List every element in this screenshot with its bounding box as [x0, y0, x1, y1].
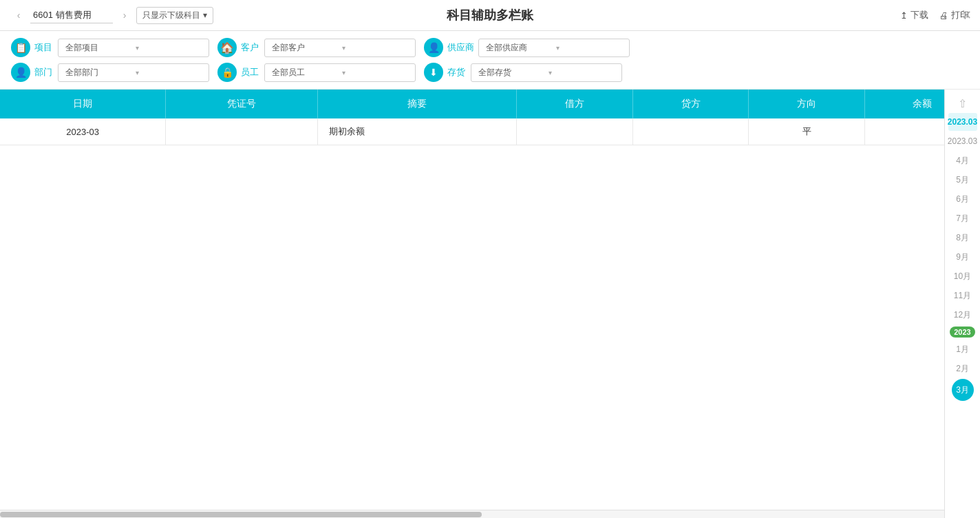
customer-arrow: ▾ — [342, 44, 408, 52]
main-table: 日期 凭证号 摘要 借方 贷方 方向 余额 2023-03 — [0, 90, 980, 145]
prev-account-button[interactable]: ‹ — [11, 8, 26, 23]
col-voucher: 凭证号 — [166, 90, 318, 118]
col-summary: 摘要 — [318, 90, 517, 118]
customer-icon: 🏠 — [217, 38, 237, 57]
employee-label: 员工 — [241, 66, 260, 79]
filter-item-supplier: 👤 供应商 全部供应商 ▾ — [424, 38, 630, 57]
sidebar-month-label: 6月 — [956, 194, 969, 205]
close-button[interactable]: ✕ — [961, 8, 972, 23]
cell-credit — [632, 118, 749, 145]
table-row: 2023-03 期初余额 平 — [0, 118, 980, 145]
download-icon: ↥ — [900, 10, 908, 21]
page-title: 科目辅助多栏账 — [447, 7, 533, 23]
project-arrow: ▾ — [136, 44, 202, 52]
col-direction: 方向 — [749, 90, 865, 118]
department-label: 部门 — [34, 66, 54, 79]
inventory-value: 全部存货 — [478, 67, 544, 79]
download-label: 下载 — [910, 9, 928, 21]
cell-voucher — [166, 118, 318, 145]
supplier-select[interactable]: 全部供应商 ▾ — [478, 39, 630, 57]
sidebar-item-2[interactable]: 2月 — [948, 360, 977, 377]
download-button[interactable]: ↥ 下载 — [900, 9, 928, 21]
employee-value: 全部员工 — [272, 67, 338, 79]
inventory-icon: ⬇ — [424, 63, 443, 82]
inventory-select[interactable]: 全部存货 ▾ — [471, 63, 622, 82]
filter-area: 📋 项目 全部项目 ▾ 🏠 客户 全部客户 ▾ 👤 供应商 — [0, 31, 980, 90]
filter-item-customer: 🏠 客户 全部客户 ▾ — [217, 38, 416, 57]
sidebar-month-label: 11月 — [954, 290, 971, 302]
print-icon: 🖨 — [939, 10, 948, 21]
sidebar-item-2023-03-sub[interactable]: 2023.03 — [948, 132, 977, 150]
nav-account: ‹ 6601 销售费用 › 只显示下级科目 ▾ — [11, 7, 213, 24]
department-value: 全部部门 — [65, 67, 131, 79]
title-actions: ↥ 下载 🖨 打印 — [900, 9, 969, 21]
sidebar-up-button[interactable]: ⇧ — [950, 95, 975, 112]
filter-item-department: 👤 部门 全部部门 ▾ — [11, 63, 209, 82]
scrollbar-thumb[interactable] — [0, 512, 482, 517]
col-debit: 借方 — [517, 90, 633, 118]
sidebar-item-current-month[interactable]: 3月 — [952, 379, 974, 401]
sub-account-filter[interactable]: 只显示下级科目 ▾ — [136, 7, 213, 24]
filter-item-inventory: ⬇ 存货 全部存货 ▾ — [424, 63, 622, 82]
project-icon: 📋 — [11, 38, 30, 57]
sidebar-month-label: 7月 — [956, 213, 969, 225]
year-badge: 2023 — [950, 327, 974, 338]
sidebar-month-label: 8月 — [956, 232, 969, 244]
sidebar-month-label: 2月 — [956, 363, 969, 375]
inventory-arrow: ▾ — [548, 69, 615, 76]
employee-icon: 🔒 — [217, 63, 237, 82]
filter-item-project: 📋 项目 全部项目 ▾ — [11, 38, 209, 57]
sidebar-month-label: 5月 — [956, 174, 969, 186]
sidebar-item-5[interactable]: 5月 — [948, 171, 977, 189]
filter-row-1: 📋 项目 全部项目 ▾ 🏠 客户 全部客户 ▾ 👤 供应商 — [11, 38, 969, 57]
cell-summary: 期初余额 — [318, 118, 517, 145]
customer-label: 客户 — [241, 41, 260, 54]
sidebar-item-12[interactable]: 12月 — [948, 306, 977, 324]
sidebar-month-label: 2023.03 — [948, 136, 977, 146]
department-arrow: ▾ — [136, 69, 202, 76]
table-header-row: 日期 凭证号 摘要 借方 贷方 方向 余额 — [0, 90, 980, 118]
next-account-button[interactable]: › — [117, 8, 132, 23]
filter-row-2: 👤 部门 全部部门 ▾ 🔒 员工 全部员工 ▾ ⬇ 存货 — [11, 63, 969, 82]
employee-arrow: ▾ — [342, 69, 408, 76]
account-code-label: 6601 销售费用 — [30, 8, 113, 23]
project-select[interactable]: 全部项目 ▾ — [58, 39, 209, 57]
sidebar-item-10[interactable]: 10月 — [948, 267, 977, 285]
horizontal-scrollbar[interactable] — [0, 510, 980, 518]
sidebar-item-6[interactable]: 6月 — [948, 190, 977, 208]
sidebar-current-month-label: 3月 — [956, 384, 969, 396]
sidebar-item-4[interactable]: 4月 — [948, 152, 977, 169]
customer-select[interactable]: 全部客户 ▾ — [264, 39, 416, 57]
department-icon: 👤 — [11, 63, 30, 82]
cell-date: 2023-03 — [0, 118, 166, 145]
filter-item-employee: 🔒 员工 全部员工 ▾ — [217, 63, 416, 82]
project-label: 项目 — [34, 41, 54, 54]
sidebar-item-9[interactable]: 9月 — [948, 248, 977, 266]
sidebar-month-label: 4月 — [956, 155, 969, 167]
sidebar-month-label: 12月 — [954, 309, 971, 321]
cell-debit — [517, 118, 633, 145]
right-sidebar: ⇧ 2023.03 2023.03 4月 5月 6月 7月 8月 — [944, 90, 980, 518]
sidebar-month-label: 2023.03 — [948, 117, 977, 127]
customer-value: 全部客户 — [272, 42, 338, 54]
project-value: 全部项目 — [65, 42, 131, 54]
supplier-icon: 👤 — [424, 38, 443, 57]
sidebar-item-2023-03-top[interactable]: 2023.03 — [948, 113, 977, 131]
sub-account-filter-arrow: ▾ — [203, 10, 207, 20]
sub-account-filter-label: 只显示下级科目 — [142, 10, 200, 21]
sidebar-item-1[interactable]: 1月 — [948, 340, 977, 358]
supplier-arrow: ▾ — [556, 44, 622, 52]
department-select[interactable]: 全部部门 ▾ — [58, 63, 209, 82]
sidebar-item-11[interactable]: 11月 — [948, 287, 977, 304]
employee-select[interactable]: 全部员工 ▾ — [264, 63, 416, 82]
sidebar-item-8[interactable]: 8月 — [948, 229, 977, 247]
supplier-label: 供应商 — [447, 41, 474, 54]
table-wrapper: 日期 凭证号 摘要 借方 贷方 方向 余额 2023-03 — [0, 90, 980, 510]
col-credit: 贷方 — [632, 90, 749, 118]
sidebar-month-label: 10月 — [954, 271, 971, 282]
sidebar-month-label: 9月 — [956, 251, 969, 263]
sidebar-item-7[interactable]: 7月 — [948, 209, 977, 227]
sidebar-month-label: 1月 — [956, 344, 969, 355]
cell-direction: 平 — [749, 118, 865, 145]
col-date: 日期 — [0, 90, 166, 118]
